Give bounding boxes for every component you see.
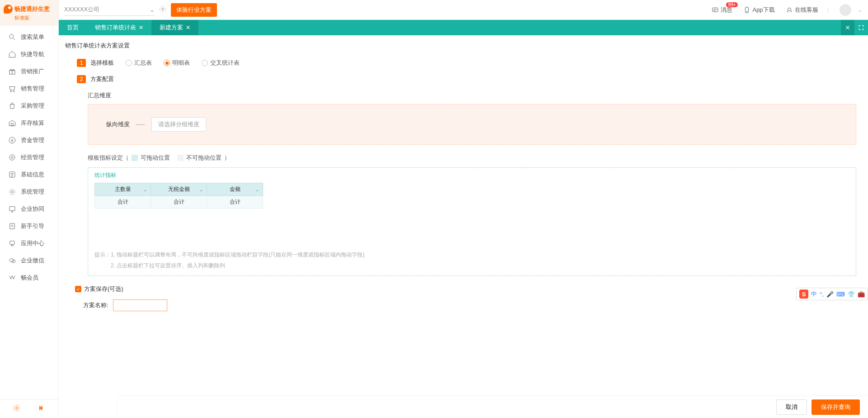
nav-business[interactable]: 经营管理 — [0, 149, 58, 166]
radio-label: 汇总表 — [134, 59, 152, 67]
step1-row: 1 选择模板 汇总表 明细表 交叉统计表 — [63, 59, 856, 67]
nav-funds[interactable]: 资金管理 — [0, 132, 58, 149]
svg-point-21 — [747, 11, 747, 12]
tabstrip-close-button[interactable] — [841, 20, 854, 35]
ime-keyboard-icon[interactable]: ⌨ — [836, 291, 845, 298]
nav-collab[interactable]: 企业协同 — [0, 200, 58, 218]
system-icon — [8, 188, 16, 196]
summary-dimension-section: 汇总维度 纵向维度 请选择分组维度 — [88, 91, 856, 145]
settings-icon[interactable] — [13, 404, 21, 413]
indicator-header[interactable]: 无税金额⌄ — [151, 183, 207, 196]
nav-purchase[interactable]: 采购管理 — [0, 97, 58, 114]
scheme-name-input[interactable] — [113, 299, 167, 311]
indicator-setting-label: 模板指标设定（ — [88, 154, 129, 162]
fullscreen-button[interactable] — [854, 20, 868, 35]
tab-stat[interactable]: 销售订单统计表✕ — [87, 20, 151, 35]
nav-label: 应用中心 — [21, 239, 44, 247]
draggable-swatch-icon — [132, 155, 138, 161]
ime-mic-icon[interactable]: 🎤 — [826, 291, 834, 298]
nav-sales[interactable]: 销售管理 — [0, 80, 58, 97]
indicator-header[interactable]: 主数量⌄ — [95, 183, 151, 196]
svg-point-3 — [14, 91, 14, 92]
money-icon — [8, 136, 16, 144]
apps-icon — [8, 239, 16, 247]
close-icon[interactable]: ✕ — [139, 24, 143, 31]
try-solution-button[interactable]: 体验行业方案 — [171, 3, 217, 17]
step2-label: 方案配置 — [90, 75, 114, 83]
cancel-button[interactable]: 取消 — [776, 399, 807, 415]
dimension-select[interactable]: 请选择分组维度 — [151, 117, 206, 132]
hint1: 1. 拖动标题栏可以调整布局，不可跨维度或指标区域拖动栏目字段(只能在同一维度或… — [111, 252, 364, 258]
search-icon — [8, 33, 16, 41]
save-checkbox[interactable]: ✓ — [75, 286, 81, 292]
ime-punct-icon[interactable]: °, — [820, 291, 824, 298]
home-icon — [8, 50, 16, 58]
page-title: 销售订单统计表方案设置 — [63, 42, 856, 50]
tab-new-scheme[interactable]: 新建方案✕ — [151, 20, 198, 35]
nav-label: 系统管理 — [21, 188, 44, 196]
nav-wechat[interactable]: 企业微信 — [0, 252, 58, 269]
nav-vip[interactable]: 畅会员 — [0, 269, 58, 286]
brand-edition: 标准版 — [14, 14, 55, 21]
ime-lang[interactable]: 中 — [811, 290, 817, 298]
nav-marketing[interactable]: 营销推广 — [0, 63, 58, 80]
nav-system[interactable]: 系统管理 — [0, 183, 58, 200]
nav-label: 资金管理 — [21, 136, 44, 144]
radio-summary[interactable]: 汇总表 — [126, 59, 152, 67]
svg-point-6 — [11, 157, 14, 159]
svg-rect-11 — [9, 207, 15, 211]
app-download-button[interactable]: App下载 — [743, 6, 774, 14]
nav-apps[interactable]: 应用中心 — [0, 235, 58, 252]
indicator-setting-label-row: 模板指标设定（ 可拖动位置 不可拖动位置 ） — [88, 154, 856, 162]
tab-home[interactable]: 首页 — [59, 20, 87, 35]
radio-detail[interactable]: 明细表 — [164, 59, 190, 67]
messages-badge: 99+ — [726, 2, 738, 7]
indicator-header[interactable]: 金额⌄ — [207, 183, 263, 196]
chevron-down-icon: ⌄ — [199, 187, 203, 192]
gear-icon[interactable] — [159, 5, 166, 14]
svg-point-10 — [11, 191, 14, 193]
nav-guide[interactable]: 新手引导 — [0, 218, 58, 235]
template-radio-group: 汇总表 明细表 交叉统计表 — [126, 59, 240, 67]
collapse-icon[interactable] — [38, 404, 46, 413]
svg-point-16 — [16, 407, 18, 409]
ime-toolbar[interactable]: S 中 °, 🎤 ⌨ 👕 🧰 — [796, 288, 868, 300]
tab-label: 首页 — [67, 24, 79, 32]
ime-skin-icon[interactable]: 👕 — [848, 291, 855, 298]
nav-basic[interactable]: 基础信息 — [0, 166, 58, 183]
hints: 提示：1. 拖动标题栏可以调整布局，不可跨维度或指标区域拖动栏目字段(只能在同一… — [88, 245, 856, 276]
radio-cross[interactable]: 交叉统计表 — [202, 59, 240, 67]
svg-point-0 — [9, 34, 14, 38]
tab-label: 销售订单统计表 — [95, 24, 136, 32]
save-query-button[interactable]: 保存并查询 — [811, 399, 860, 415]
nav-label: 快捷导航 — [21, 50, 44, 58]
scheme-name-row: 方案名称: — [83, 299, 856, 311]
manage-icon — [8, 153, 16, 162]
brand-logo: 畅捷通好生意 标准版 — [0, 0, 58, 26]
brand-name: 畅捷通好生意 — [14, 5, 50, 13]
cart-icon — [8, 85, 16, 93]
footer: 取消 保存并查询 — [118, 396, 868, 418]
company-name: XXXXXX公司 — [64, 5, 99, 14]
online-service-label: 在线客服 — [795, 6, 818, 14]
dash-icon — [136, 124, 145, 125]
online-service-button[interactable]: 在线客服 — [786, 6, 818, 14]
messages-button[interactable]: 消息 99+ — [712, 6, 732, 14]
radio-label: 明细表 — [172, 59, 190, 67]
user-chevron-icon[interactable]: ⌄ — [858, 6, 863, 13]
vip-icon — [8, 274, 16, 282]
nav-stock[interactable]: 库存核算 — [0, 114, 58, 132]
company-selector[interactable]: XXXXXX公司 ⌄ — [64, 4, 155, 16]
info-icon — [8, 171, 16, 179]
nav-search[interactable]: 搜索菜单 — [0, 28, 58, 46]
hint-prefix: 提示： — [94, 252, 111, 258]
close-icon[interactable]: ✕ — [186, 24, 190, 31]
svg-point-14 — [9, 259, 14, 262]
avatar[interactable] — [840, 4, 851, 16]
nav-quick[interactable]: 快捷导航 — [0, 46, 58, 63]
bag-icon — [8, 102, 16, 110]
svg-point-7 — [9, 155, 15, 160]
svg-rect-12 — [10, 223, 15, 229]
wechat-icon — [8, 256, 16, 265]
ime-toolbox-icon[interactable]: 🧰 — [858, 291, 865, 298]
